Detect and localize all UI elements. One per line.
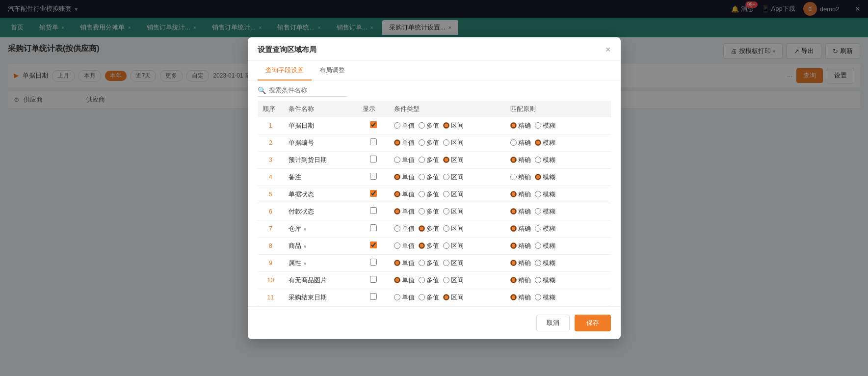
dialog-header: 设置查询区域布局 × xyxy=(248,37,621,61)
search-icon: 🔍 xyxy=(258,86,266,94)
th-name: 条件名称 xyxy=(284,101,357,115)
th-match-rule: 匹配原则 xyxy=(505,101,611,115)
dialog-search: 🔍 xyxy=(248,81,621,101)
dialog-table: 顺序 条件名称 显示 条件类型 匹配原则 xyxy=(258,101,611,115)
dialog-title: 设置查询区域布局 xyxy=(258,45,316,54)
search-input[interactable] xyxy=(269,86,347,94)
tab-layout[interactable]: 布局调整 xyxy=(312,61,353,81)
th-display: 显示 xyxy=(358,101,389,115)
dialog-tabs: 查询字段设置 布局调整 xyxy=(248,61,621,81)
settings-dialog: 设置查询区域布局 × 查询字段设置 布局调整 🔍 xyxy=(248,37,621,115)
tab-field-settings[interactable]: 查询字段设置 xyxy=(258,61,312,81)
th-cond-type: 条件类型 xyxy=(389,101,505,115)
th-order: 顺序 xyxy=(258,101,284,115)
dialog-close-button[interactable]: × xyxy=(605,45,611,54)
search-box: 🔍 xyxy=(258,86,347,97)
dialog-table-wrap: 顺序 条件名称 显示 条件类型 匹配原则 xyxy=(248,101,621,115)
modal-overlay: 设置查询区域布局 × 查询字段设置 布局调整 🔍 xyxy=(0,0,868,114)
